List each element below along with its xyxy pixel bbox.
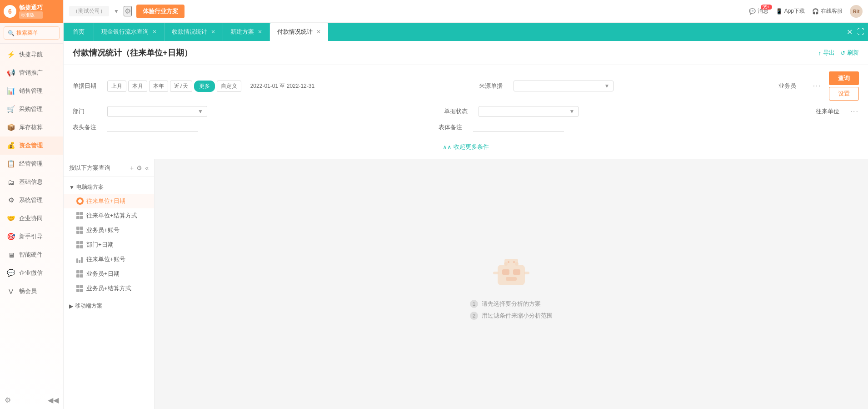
- search-icon: 🔍: [8, 30, 15, 36]
- collapse-conditions-button[interactable]: ∧∧ 收起更多条件: [443, 143, 489, 151]
- scheme-item-partner-date[interactable]: 往来单位+日期: [64, 194, 154, 208]
- sidebar-item-quick-nav[interactable]: ⚡ 快捷导航: [0, 45, 63, 64]
- date-btn-this-month[interactable]: 本月: [128, 81, 147, 92]
- sidebar-item-marketing[interactable]: 📢 营销推广: [0, 64, 63, 82]
- partner-label: 往来单位: [816, 107, 843, 116]
- company-dropdown-icon[interactable]: ▼: [114, 8, 119, 15]
- date-label: 单据日期: [73, 82, 100, 90]
- tab-payment-stats-close[interactable]: ✕: [316, 29, 321, 35]
- tab-fullscreen-button[interactable]: ⛶: [857, 28, 864, 36]
- tab-home[interactable]: 首页: [64, 23, 94, 41]
- sidebar-item-purchase[interactable]: 🛒 采购管理: [0, 100, 63, 118]
- refresh-button[interactable]: ↺ 刷新: [840, 49, 859, 57]
- search-menu-button[interactable]: 🔍 搜索菜单: [4, 26, 60, 40]
- date-btn-last-7d[interactable]: 近7天: [170, 81, 192, 92]
- date-btn-this-year[interactable]: 本年: [149, 81, 168, 92]
- query-button[interactable]: 查询: [829, 71, 859, 85]
- body-area: 按以下方案查询 + ⚙ « ▼ 电脑端方案: [64, 159, 868, 409]
- hint-number-1: 1: [470, 300, 478, 308]
- date-btn-last-month[interactable]: 上月: [107, 81, 126, 92]
- online-service-button[interactable]: 🎧 在线客服: [812, 7, 843, 15]
- trial-btn[interactable]: 体验行业方案: [136, 5, 185, 18]
- dept-select[interactable]: ▼: [107, 106, 207, 117]
- sidebar-settings-button[interactable]: ⚙: [5, 396, 11, 404]
- scheme-item-salesman-payment[interactable]: 业务员+结算方式: [64, 281, 154, 296]
- body-note-input[interactable]: [473, 122, 564, 132]
- sidebar-collapse-button[interactable]: ◀◀: [48, 396, 59, 404]
- filter-body-wrapper: 单据日期 上月 本月 本年 近7天 更多 自定义 2022-01-01 至 20…: [64, 65, 868, 409]
- date-btn-custom[interactable]: 自定义: [217, 81, 241, 92]
- empty-state: 1 请先选择要分析的方案 2 用过滤条件来缩小分析范围: [470, 249, 553, 320]
- filter-section: 单据日期 上月 本月 本年 近7天 更多 自定义 2022-01-01 至 20…: [64, 65, 868, 159]
- basic-icon: 🗂: [6, 177, 15, 187]
- scheme-desktop-title[interactable]: ▼ 电脑端方案: [64, 181, 154, 194]
- sidebar-item-basic[interactable]: 🗂 基础信息: [0, 173, 63, 191]
- tab-receipt-stats-close[interactable]: ✕: [211, 29, 215, 35]
- sidebar-item-wechat[interactable]: 💬 企业微信: [0, 264, 63, 282]
- purchase-icon: 🛒: [6, 105, 15, 114]
- svg-rect-4: [493, 272, 499, 274]
- company-info: （测试公司）: [69, 6, 109, 16]
- source-label: 来源单据: [479, 82, 506, 90]
- tab-receipt-stats[interactable]: 收款情况统计 ✕: [165, 23, 223, 41]
- phone-icon: 📱: [776, 8, 783, 15]
- date-btn-more[interactable]: 更多: [194, 81, 215, 92]
- export-button[interactable]: ↑ 导出: [818, 49, 835, 57]
- tab-payment-stats[interactable]: 付款情况统计 ✕: [270, 23, 328, 41]
- scheme-item-salesman-date[interactable]: 业务员+日期: [64, 267, 154, 281]
- partner-dots[interactable]: ···: [850, 107, 859, 116]
- sidebar-footer: ⚙ ◀◀: [0, 391, 63, 409]
- sidebar-item-guide[interactable]: 🎯 新手引导: [0, 227, 63, 246]
- scheme-settings-button[interactable]: ⚙: [136, 164, 142, 172]
- tab-new-plan-close[interactable]: ✕: [258, 29, 262, 35]
- scheme-collapse-button[interactable]: «: [145, 164, 149, 172]
- user-avatar[interactable]: Rit: [850, 5, 863, 18]
- hardware-icon: 🖥: [6, 250, 15, 259]
- scheme-panel: 按以下方案查询 + ⚙ « ▼ 电脑端方案: [64, 159, 155, 409]
- data-area: 1 请先选择要分析的方案 2 用过滤条件来缩小分析范围: [155, 159, 868, 409]
- svg-rect-8: [504, 259, 518, 265]
- main-area: （测试公司） ▼ ⚙ 体验行业方案 💬 消息 99+ 📱 App下载 🎧 在线客…: [64, 0, 868, 409]
- sidebar-nav: ⚡ 快捷导航 📢 营销推广 📊 销售管理 🛒 采购管理 📦 库存核算 💰 资金管…: [0, 44, 63, 391]
- tab-new-plan[interactable]: 新建方案 ✕: [223, 23, 270, 41]
- bill-status-select-arrow: ▼: [569, 108, 574, 115]
- header-note-input[interactable]: [107, 122, 198, 132]
- tab-bank-flow[interactable]: 现金银行流水查询 ✕: [94, 23, 165, 41]
- svg-rect-5: [524, 272, 529, 274]
- scheme-desktop-section: ▼ 电脑端方案 往来单位+日期: [64, 177, 154, 299]
- wechat-icon: 💬: [6, 268, 15, 278]
- scheme-grid-icon-2: [76, 227, 84, 234]
- topbar-gear-button[interactable]: ⚙: [124, 6, 132, 16]
- sidebar-item-hardware[interactable]: 🖥 智能硬件: [0, 246, 63, 264]
- tab-close-all-button[interactable]: ✕: [847, 28, 853, 36]
- topbar: （测试公司） ▼ ⚙ 体验行业方案 💬 消息 99+ 📱 App下载 🎧 在线客…: [64, 0, 868, 23]
- salesman-dots[interactable]: ···: [813, 82, 822, 90]
- scheme-item-partner-account[interactable]: 往来单位+账号: [64, 252, 154, 267]
- tab-bank-flow-close[interactable]: ✕: [152, 29, 157, 35]
- source-select[interactable]: ▼: [514, 81, 614, 91]
- scheme-mobile-title[interactable]: ▶ 移动端方案: [64, 299, 154, 313]
- bill-status-select[interactable]: ▼: [479, 106, 579, 117]
- sidebar-item-operation[interactable]: 📋 经营管理: [0, 155, 63, 173]
- scheme-grid-icon-5: [76, 285, 84, 292]
- message-button[interactable]: 💬 消息 99+: [749, 7, 768, 15]
- scheme-add-button[interactable]: +: [130, 164, 134, 172]
- scheme-item-partner-payment[interactable]: 往来单位+结算方式: [64, 208, 154, 223]
- app-download-button[interactable]: 📱 App下载: [776, 7, 805, 15]
- message-icon: 💬: [749, 8, 756, 15]
- bill-status-label: 单据状态: [444, 107, 471, 116]
- sidebar-item-system[interactable]: ⚙ 系统管理: [0, 191, 63, 209]
- body-note-label: 表体备注: [439, 123, 466, 131]
- settings-button[interactable]: 设置: [829, 87, 859, 101]
- sales-icon: 📊: [6, 86, 15, 96]
- sidebar-item-finance[interactable]: 💰 资金管理: [0, 136, 63, 155]
- svg-rect-1: [502, 269, 509, 275]
- scheme-item-salesman-account[interactable]: 业务员+账号: [64, 223, 154, 237]
- empty-illustration: [489, 249, 534, 294]
- sidebar-item-member[interactable]: V 畅会员: [0, 282, 63, 300]
- scheme-item-dept-date[interactable]: 部门+日期: [64, 237, 154, 252]
- sidebar-item-inventory[interactable]: 📦 库存核算: [0, 118, 63, 136]
- system-icon: ⚙: [6, 196, 15, 205]
- sidebar-item-sales[interactable]: 📊 销售管理: [0, 82, 63, 100]
- sidebar-item-cooperation[interactable]: 🤝 企业协同: [0, 209, 63, 227]
